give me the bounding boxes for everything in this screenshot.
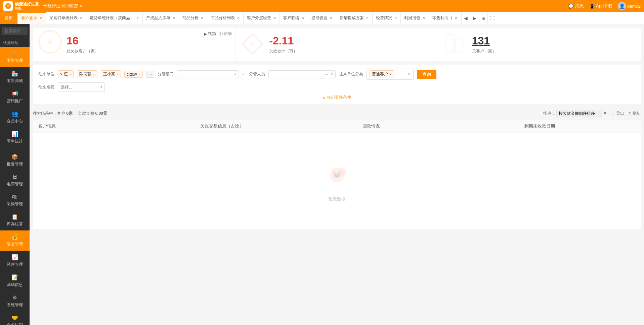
filter-area: 往来单位 × 伍 × 陈民强 × 王小亮 × [33,65,641,104]
svg-text:¥: ¥ [47,37,53,47]
unit-category-select[interactable]: 普通客户 × ▼ [367,69,414,80]
filter-tag-remove-chen[interactable]: × [93,72,95,76]
svg-rect-6 [445,36,454,52]
stat-label-debit-customers: 总欠款客户（家） [67,48,228,54]
collapse-arrow-icon: ∧ [323,95,326,100]
query-btn[interactable]: 查询 [417,70,436,79]
tab-fullscreen[interactable]: ⛶ [487,12,496,24]
sidebar-item-marketing[interactable]: 📢 营销推广 [0,87,30,107]
tab-purchase-order[interactable]: 采购订单统计表 ✕ [46,12,86,24]
sidebar-item-label: 营销推广 [7,98,23,104]
sidebar-item-finance[interactable]: 💰 资金管理 [0,230,30,251]
sidebar-item-retail-mgmt[interactable]: 🛒 零售管理 [0,47,30,67]
tab-close-profit-report[interactable]: ✕ [422,16,425,20]
tab-purchase-stat[interactable]: 进货单统计表（按商品） ✕ [86,12,143,24]
retail-mgmt-icon: 🛒 [11,50,18,57]
sidebar-item-purchase-mgmt[interactable]: 🛍 采购管理 [0,190,30,210]
tab-close-customer-contact[interactable]: ✕ [301,16,304,20]
svg-text:✕: ✕ [250,41,255,48]
sidebar-item-wholesale-mgmt[interactable]: 📦 批发管理 [0,150,30,171]
sidebar-item-enterprise-coop[interactable]: 🤝 企业协同 [0,311,30,325]
tab-product-analysis[interactable]: 商品分析 ✕ [179,12,207,24]
sort-chevron-icon: ▼ [603,111,607,116]
tab-customer-contact[interactable]: 客户联络 ✕ [280,12,308,24]
tab-close-prompt-settings[interactable]: ✕ [330,16,333,20]
sidebar-item-retail-stats[interactable]: 📊 零售统计 [0,128,30,148]
tab-scroll-left[interactable]: ◀ [461,12,470,24]
category-tag-remove[interactable]: × [389,72,392,77]
tab-operation-status[interactable]: 经营情况 ✕ [373,12,401,24]
tab-close-retail-profit[interactable]: ✕ [455,16,458,20]
finance-icon: 💰 [11,234,18,240]
sidebar-item-ecommerce[interactable]: 🖥 电商管理 [0,171,30,190]
refresh-btn[interactable]: ↻ 刷新 [628,111,641,116]
empty-state-text: 暂无数据 [328,196,346,202]
tab-new-prompt[interactable]: 新增提成方案 ✕ [336,12,373,24]
tab-close-purchase-stat[interactable]: ✕ [136,16,139,20]
tab-close-operation-status[interactable]: ✕ [394,16,397,20]
retail-mall-icon: 🏪 [11,70,18,77]
results-bar: 搜索结果中，客户 0家 欠款金额 0.00元 排序： 按欠款金额倒序排序 [33,108,641,120]
user-menu[interactable]: 👤 demo2 [618,2,641,10]
app-download-btn[interactable]: 📱 App下载 [589,3,612,9]
tab-product-analysis-list[interactable]: 商品分析列表 ✕ [207,12,244,24]
filter-row-1: 往来单位 × 伍 × 陈民强 × 王小亮 × [38,69,635,80]
sidebar-item-member-center[interactable]: 👥 会员中心 [0,107,30,128]
sidebar-item-basic-info[interactable]: 📝 基础信息 [0,271,30,291]
sidebar-item-operation-mgmt[interactable]: 📈 经营管理 [0,251,30,271]
tab-close-production-in[interactable]: ✕ [172,16,175,20]
filter-balance-label: 往来余额 [38,84,54,90]
help-btn[interactable]: ⓘ 帮助 [219,31,232,37]
balance-select[interactable]: 选择... [58,82,105,92]
tab-customer-segment[interactable]: 客户分层经营 ✕ [244,12,280,24]
tab-close-product-analysis[interactable]: ✕ [201,16,204,20]
tab-more[interactable]: ⊞ [479,12,487,24]
empty-state-icon: 🐭 [324,160,350,192]
sidebar-search-area [0,24,30,38]
tab-customer-account[interactable]: 客户账本 ✕ [18,12,46,24]
tab-production-in[interactable]: 产成品入库单 ✕ [143,12,179,24]
basic-info-icon: 📝 [11,274,18,281]
operation-mgmt-icon: 📈 [11,254,18,260]
staff-select-wrapper: ··· ▼ [268,70,336,78]
sidebar-item-label: 系统管理 [7,302,23,308]
sidebar-item-label: 企业协同 [7,322,23,325]
tab-bar: 首页 客户账本 ✕ 采购订单统计表 ✕ 进货单统计表（按商品） ✕ 产成品入库单… [0,12,644,24]
dept-select-wrapper [177,70,239,78]
retail-stats-icon: 📊 [11,131,18,137]
account-selector[interactable]: 母婴行业演示账套 ▼ [43,3,83,9]
tab-close-customer-segment[interactable]: ✕ [273,16,276,20]
tab-prompt-settings[interactable]: 提成设置 ✕ [308,12,336,24]
search-result-text: 搜索结果中，客户 0家 [33,111,73,116]
staff-expand-btn[interactable]: ··· [325,72,328,77]
tab-profit-report[interactable]: 利润报告 ✕ [401,12,429,24]
sidebar-item-inventory[interactable]: 📋 库存核算 [0,210,30,230]
filter-more-btn[interactable]: ··· [146,71,154,78]
sort-select[interactable]: 按欠款金额倒序排序 [556,110,602,117]
refresh-icon: ↻ [628,111,632,116]
sidebar-item-label: 电商管理 [7,181,23,187]
search-input[interactable] [2,27,28,35]
tab-scroll-right[interactable]: ▶ [470,12,479,24]
tab-close-new-prompt[interactable]: ✕ [366,16,369,20]
tab-close-product-analysis-list[interactable]: ✕ [237,16,240,20]
sidebar-item-system-mgmt[interactable]: ⚙ 系统管理 [0,291,30,311]
member-center-icon: 👥 [11,111,18,117]
tab-close-customer-account[interactable]: ✕ [39,16,42,21]
dept-input[interactable] [177,70,239,78]
filter-tag-remove-wang[interactable]: × [117,72,119,76]
sidebar-item-retail-mall[interactable]: 🏪 零售商城 [0,67,30,87]
th-repayment: 回款情况 [357,120,519,133]
tab-home[interactable]: 首页 [0,12,18,24]
stat-label-debit-amount: 欠款合计（万） [269,48,431,54]
video-btn[interactable]: ▶ 视频 [204,31,216,37]
export-btn[interactable]: ⭳ 导出 [611,111,624,116]
top-bar: ¥ 畅捷通好生意 标版 母婴行业演示账套 ▼ 💬 消息 📱 App下载 [0,0,644,12]
tab-close-purchase-order[interactable]: ✕ [80,16,83,20]
filter-tag-remove-wu[interactable]: × [69,72,71,76]
dept-expand-btn[interactable]: ··· [242,72,246,77]
message-btn[interactable]: 💬 消息 [568,3,584,9]
tab-retail-profit[interactable]: 零售利润（ ✕ [429,12,461,24]
collapse-btn[interactable]: ∧ 收起更多条件 [323,95,351,100]
filter-tag-remove-cjttcw[interactable]: × [138,72,140,76]
